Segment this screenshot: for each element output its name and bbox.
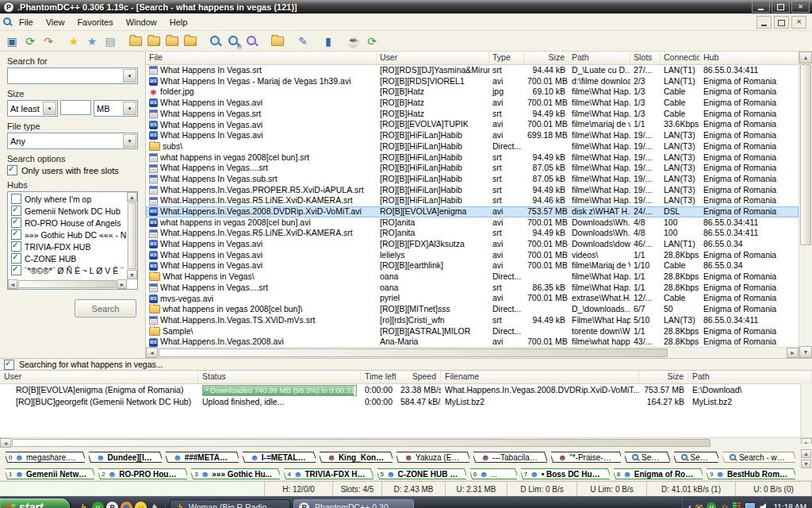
hub-list-item[interactable]: Gemenii Network DC Hub bbox=[9, 205, 126, 217]
size-input[interactable] bbox=[60, 100, 91, 115]
follow-redirect-button[interactable]: ↷ bbox=[40, 33, 56, 49]
transfer-row[interactable]: ↑[RO][BUC]georgefit (Gemenii Network DC … bbox=[0, 396, 812, 408]
window-tab[interactable]: 2☻RO-PRO House ... bbox=[98, 468, 187, 479]
scroll-right-icon[interactable]: ► bbox=[787, 348, 799, 358]
download-queue-button[interactable]: ▤ bbox=[102, 33, 118, 49]
result-row[interactable]: BSWhat Happens In Vegas.avi[RO][B][HiFiL… bbox=[146, 130, 799, 141]
scroll-left-icon[interactable]: ◄ bbox=[8, 279, 17, 289]
result-row[interactable]: BSWhat Happens in Vegas.avilelielysavi70… bbox=[146, 250, 799, 261]
result-row[interactable]: What Happens in Vegas.srt[RO][B]Hatzsrt9… bbox=[146, 109, 799, 120]
chevron-down-icon[interactable]: ▼ bbox=[123, 102, 136, 115]
hub-checkbox[interactable] bbox=[11, 241, 21, 252]
scroll-thumb[interactable] bbox=[12, 439, 710, 447]
restore-button[interactable] bbox=[772, 1, 790, 13]
window-tab[interactable]: 3☻»»» Gothic Hu... bbox=[191, 468, 280, 479]
result-row[interactable]: What Happens In Vegas.sub.srt[RO][B][HiF… bbox=[146, 174, 799, 185]
chevron-down-icon[interactable]: ▼ bbox=[123, 69, 136, 83]
column-header-size[interactable]: Size bbox=[639, 371, 688, 383]
hub-checkbox[interactable] bbox=[11, 194, 21, 204]
chevron-down-icon[interactable]: ▼ bbox=[123, 134, 136, 148]
adl-search-button[interactable]: ▤ bbox=[226, 33, 242, 49]
menu-file[interactable]: File bbox=[13, 16, 40, 29]
scroll-left-icon[interactable]: ◄ bbox=[0, 438, 11, 448]
column-header-hub[interactable]: Hub bbox=[700, 52, 799, 64]
result-row[interactable]: What Happens in Vegas\oanaDirect...filme… bbox=[146, 271, 799, 283]
result-row[interactable]: BSWhat Happens in Vegas.avi[RO][B][FDX]A… bbox=[146, 239, 799, 250]
result-row[interactable]: What.Happens.In.Vegas.PROPER.R5.XviD-iAP… bbox=[146, 185, 799, 196]
favorite-users-button[interactable]: ★ bbox=[84, 33, 100, 49]
search-button[interactable]: Search bbox=[75, 299, 136, 318]
scroll-down-icon[interactable]: ▼ bbox=[127, 270, 137, 279]
window-tab[interactable]: 9☻BestHub Roman... bbox=[707, 468, 795, 479]
column-header-slots[interactable]: Slots bbox=[630, 52, 661, 64]
task-button[interactable]: ϟWoman (Big R Radio ... bbox=[170, 499, 290, 508]
result-row[interactable]: what happens in vegas 2008[cel bun].srt[… bbox=[146, 152, 799, 164]
finished-uploads-button[interactable]: ◔ bbox=[164, 33, 180, 49]
column-header-filename[interactable]: Filename bbox=[441, 371, 639, 383]
window-tab[interactable]: 4☻TRIVIA-FDX HU... bbox=[284, 468, 373, 479]
window-tab[interactable]: 6☻... bbox=[470, 468, 517, 479]
column-header-path[interactable]: Path bbox=[569, 52, 630, 64]
reconnect-button[interactable]: ⟳ bbox=[22, 33, 38, 49]
scroll-track[interactable] bbox=[711, 438, 801, 448]
close-button[interactable]: ✕ bbox=[791, 1, 810, 13]
scroll-track[interactable] bbox=[668, 348, 787, 358]
network-meter-icon[interactable] bbox=[733, 502, 741, 508]
scroll-down-icon[interactable]: ▼ bbox=[799, 346, 812, 358]
scroll-thumb[interactable] bbox=[159, 348, 668, 357]
window-tab[interactable]: 8☻Enigma of Rom... bbox=[614, 468, 703, 479]
column-header-time-left[interactable]: Time left bbox=[361, 371, 396, 383]
size-mode-combo[interactable]: At least ▼ bbox=[7, 100, 58, 117]
result-row[interactable]: BSWhat Happens in Vegas.avi[RO][B][earth… bbox=[146, 260, 799, 271]
phantomdc-icon[interactable]: P bbox=[106, 502, 118, 508]
settings-button[interactable]: ✎ bbox=[295, 33, 311, 49]
size-unit-combo[interactable]: MB ▼ bbox=[94, 100, 138, 117]
window-tab[interactable]: Search - what... bbox=[722, 452, 795, 463]
window-tab[interactable]: 0☻megashare.ath... bbox=[6, 452, 85, 463]
hub-list-item[interactable]: RO-PRO House of Angels bbox=[9, 217, 126, 229]
result-row[interactable]: BSWhat Happens In Vegas - Mariaj de Vega… bbox=[146, 76, 799, 87]
search-button[interactable] bbox=[208, 33, 224, 49]
hub-list-item[interactable]: ¨*®©®*¨ Ø Ñ Ê ~ L Ø V Ê ¨ bbox=[9, 264, 126, 276]
file-type-combo[interactable]: Any ▼ bbox=[7, 133, 138, 149]
task-button[interactable]: P.PhantomDC++ 0.30... bbox=[293, 499, 414, 508]
firefox-icon[interactable] bbox=[121, 502, 132, 508]
result-row[interactable]: What Happens In Vegas.srt[RO][RDS][DJ]Ya… bbox=[146, 65, 799, 76]
search-status-checkbox[interactable] bbox=[4, 360, 14, 370]
result-row[interactable]: what happens in vegas 2008[cel bun]\[RO]… bbox=[146, 304, 799, 315]
utorrent-tray-icon[interactable]: µ bbox=[707, 502, 716, 508]
window-tab[interactable]: ☻###METALPOWER... bbox=[166, 452, 239, 463]
search-for-combo[interactable]: ▼ bbox=[7, 67, 138, 84]
scroll-thumb[interactable] bbox=[800, 64, 811, 245]
column-header-speed[interactable]: Speed bbox=[396, 371, 441, 383]
search-spy-button[interactable] bbox=[244, 33, 260, 49]
mdi-restore-button[interactable] bbox=[774, 16, 789, 29]
transfer-row[interactable]: ↓RO[B][EVOLVA]enigma (Enigma of Romania)… bbox=[0, 384, 812, 396]
scroll-up-icon[interactable]: ▲ bbox=[799, 52, 812, 64]
hub-checkbox[interactable] bbox=[11, 265, 21, 275]
window-tab[interactable]: 7☻• Boss DC Hub... bbox=[521, 468, 610, 479]
result-row[interactable]: Sample\[RO][B][ASTRAL]MILORDirect...tore… bbox=[146, 326, 799, 337]
scroll-right-icon[interactable]: ► bbox=[117, 279, 127, 289]
window-tab[interactable]: Search bbox=[674, 452, 718, 463]
notepad-button[interactable]: ▮ bbox=[320, 33, 336, 49]
result-row[interactable]: What Happens in Vegas....srtoanasrt86.35… bbox=[146, 283, 799, 294]
result-row[interactable]: BSWhat Happens in Vegas.avi[RO][B][EVOLV… bbox=[146, 119, 799, 130]
window-tab[interactable]: 1☻Gemenii Netwo... bbox=[6, 468, 94, 479]
result-row[interactable]: subs\[RO][B][HiFiLan]HabibDirect...filme… bbox=[146, 141, 799, 152]
scroll-left-icon[interactable]: ◄ bbox=[146, 348, 158, 358]
column-header-user[interactable]: User bbox=[0, 371, 198, 383]
window-tab[interactable]: Search bbox=[625, 452, 669, 463]
minimize-button[interactable] bbox=[752, 1, 770, 13]
refresh-filelist-button[interactable]: ⟳ bbox=[364, 33, 380, 49]
phantomdc-icon[interactable]: P bbox=[299, 502, 309, 508]
result-row[interactable]: What.Happens.In.Vegas.TS.XViD-mVs.srt[ro… bbox=[146, 315, 799, 326]
mdi-minimize-button[interactable] bbox=[756, 16, 772, 29]
hub-list-item[interactable]: TRIVIA-FDX HUB bbox=[9, 241, 126, 252]
chevron-down-icon[interactable]: ▼ bbox=[43, 102, 56, 115]
result-row[interactable]: ✱folder.jpg[RO][B]Hatzjpg69.10 kBfilme\W… bbox=[146, 87, 799, 98]
hub-checkbox[interactable] bbox=[11, 206, 21, 216]
column-header-size[interactable]: Size bbox=[524, 52, 569, 64]
result-row[interactable]: BSWhat.Happens.In.Vegas.2008.aviAna-Mari… bbox=[146, 337, 799, 347]
menu-view[interactable]: View bbox=[40, 16, 71, 29]
